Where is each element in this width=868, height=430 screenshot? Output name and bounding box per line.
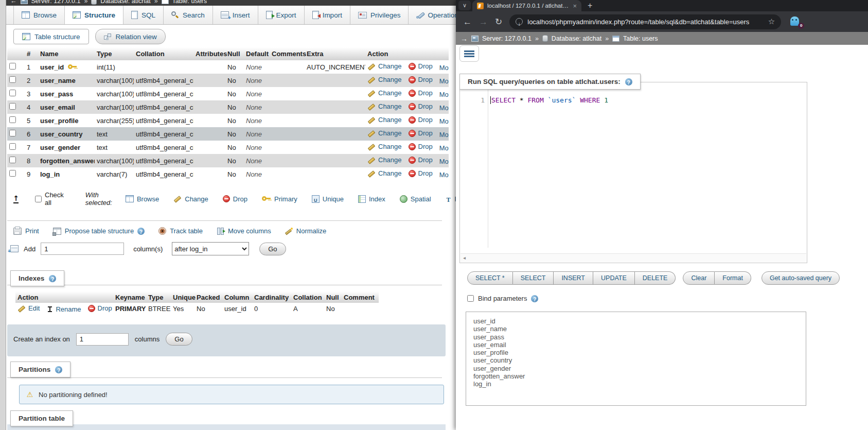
with-selected-spatial[interactable]: Spatial — [400, 195, 431, 203]
drop-link[interactable]: Drop — [409, 129, 433, 137]
field-list-item[interactable]: forgotten_answer — [473, 372, 799, 380]
menu-toggle-button[interactable] — [459, 45, 479, 62]
view-button-relation-view[interactable]: Relation view — [95, 29, 166, 44]
with-selected-browse[interactable]: Browse — [126, 195, 159, 203]
tool-normalize[interactable]: Normalize — [285, 227, 327, 235]
check-all-checkbox[interactable] — [35, 196, 42, 202]
tab-structure[interactable]: Structure — [65, 6, 123, 24]
change-link[interactable]: Change — [367, 62, 402, 70]
more-link[interactable]: More — [439, 104, 449, 112]
field-list-item[interactable]: user_pass — [473, 333, 799, 341]
with-selected-primary[interactable]: Primary — [262, 195, 297, 203]
reload-button[interactable]: ↻ — [495, 18, 502, 26]
with-selected-fulltext[interactable]: Fulltext — [446, 195, 456, 203]
drop-link[interactable]: Drop — [409, 169, 433, 177]
scroll-left-icon[interactable]: ◂ — [463, 255, 467, 261]
row-checkbox[interactable] — [9, 63, 16, 70]
change-link[interactable]: Change — [367, 143, 402, 150]
tab-search-button[interactable]: ∨ — [458, 1, 471, 10]
columns-list-box[interactable]: user_iduser_nameuser_passuser_emailuser_… — [466, 312, 806, 406]
field-list-item[interactable]: log_in — [473, 380, 799, 388]
more-link[interactable]: More — [439, 158, 449, 165]
field-list-item[interactable]: user_id — [473, 317, 799, 325]
row-checkbox[interactable] — [9, 157, 16, 163]
field-list-item[interactable]: user_email — [473, 341, 799, 349]
help-icon[interactable] — [531, 295, 538, 302]
help-icon[interactable] — [49, 275, 56, 282]
field-list-item[interactable]: user_profile — [473, 349, 799, 356]
check-all-label[interactable]: Check all — [45, 191, 64, 207]
sql-editor[interactable]: 1 SELECT * FROM `users` WHERE 1 — [460, 83, 806, 248]
breadcrumb-table[interactable]: Table: users — [172, 0, 207, 5]
breadcrumb-server[interactable]: Server: 127.0.0.1 — [482, 35, 532, 42]
tab-import[interactable]: Import — [305, 6, 350, 24]
tab-export[interactable]: Export — [258, 6, 305, 24]
tab-browse[interactable]: Browse — [13, 6, 65, 24]
with-selected-unique[interactable]: Unique — [312, 195, 344, 203]
change-link[interactable]: Change — [367, 169, 402, 177]
with-selected-index[interactable]: Index — [358, 195, 385, 203]
back-arrow-icon[interactable]: ← — [10, 0, 17, 5]
select-button[interactable]: SELECT — [513, 271, 554, 285]
drop-link[interactable]: Drop — [409, 156, 433, 164]
change-link[interactable]: Change — [367, 89, 402, 97]
row-checkbox[interactable] — [9, 116, 16, 123]
sql-query-line[interactable]: SELECT * FROM `users` WHERE 1 — [490, 96, 608, 104]
help-icon[interactable] — [55, 366, 62, 373]
address-bar[interactable]: localhost/phpmyadmin/index.php?route=/ta… — [509, 14, 781, 29]
with-selected-change[interactable]: Change — [173, 195, 208, 203]
add-column-position-select[interactable]: after log_in — [172, 242, 249, 255]
tab-sql[interactable]: SQL — [123, 6, 164, 24]
more-link[interactable]: More — [439, 171, 449, 179]
with-selected-drop[interactable]: Drop — [223, 195, 247, 203]
index-edit-link[interactable]: Edit — [17, 304, 40, 312]
row-checkbox[interactable] — [9, 90, 16, 96]
drop-link[interactable]: Drop — [409, 143, 433, 150]
create-index-go-button[interactable]: Go — [166, 333, 192, 346]
tool-propose-table-structure[interactable]: Propose table structure — [53, 227, 145, 235]
tab-operations[interactable]: Operations — [409, 6, 456, 24]
tool-print[interactable]: Print — [13, 227, 39, 235]
row-checkbox[interactable] — [9, 143, 16, 150]
more-link[interactable]: More — [439, 64, 449, 72]
profile-avatar[interactable]: 0 — [790, 16, 802, 27]
clear-button[interactable]: Clear — [683, 271, 715, 285]
more-link[interactable]: More — [439, 91, 449, 98]
forward-button[interactable]: → — [479, 18, 488, 26]
create-index-count-input[interactable] — [76, 333, 129, 346]
drop-link[interactable]: Drop — [409, 62, 433, 70]
editor-horizontal-scrollbar[interactable]: ◂ — [460, 253, 806, 262]
breadcrumb-database[interactable]: Database: atlchat — [100, 0, 150, 5]
row-checkbox[interactable] — [9, 103, 16, 110]
row-checkbox[interactable] — [9, 130, 16, 136]
breadcrumb-database[interactable]: Database: atlchat — [552, 35, 601, 42]
tab-close-icon[interactable]: × — [573, 3, 577, 9]
add-column-go-button[interactable]: Go — [259, 243, 286, 255]
new-tab-button[interactable]: + — [588, 1, 592, 11]
tool-move-columns[interactable]: Move columns — [217, 227, 271, 235]
url-text[interactable]: localhost/phpmyadmin/index.php?route=/ta… — [527, 18, 764, 26]
format-button[interactable]: Format — [715, 271, 751, 285]
breadcrumb-server[interactable]: Server: 127.0.0.1 — [31, 0, 81, 5]
browser-tab[interactable]: localhost / 127.0.0.1 / atlchat / ... × — [472, 0, 581, 11]
get-auto-saved-query-button[interactable]: Get auto-saved query — [761, 271, 840, 285]
view-button-table-structure[interactable]: Table structure — [13, 29, 89, 44]
partition-table-tab[interactable]: Partition table — [10, 410, 73, 426]
index-rename-link[interactable]: Rename — [46, 305, 81, 313]
select-button[interactable]: SELECT * — [467, 271, 513, 285]
change-link[interactable]: Change — [367, 76, 402, 83]
insert-button[interactable]: INSERT — [554, 271, 593, 285]
back-button[interactable]: ← — [463, 18, 472, 26]
more-link[interactable]: More — [439, 77, 449, 85]
tab-privileges[interactable]: Privileges — [350, 6, 409, 24]
change-link[interactable]: Change — [367, 102, 402, 110]
drop-link[interactable]: Drop — [409, 76, 433, 83]
add-column-count-input[interactable] — [41, 243, 124, 255]
index-drop-link[interactable]: Drop — [88, 304, 112, 312]
tab-insert[interactable]: Insert — [213, 6, 258, 24]
help-icon[interactable] — [625, 78, 632, 85]
tool-track-table[interactable]: Track table — [158, 227, 203, 235]
expand-arrow-icon[interactable]: → — [460, 35, 468, 43]
row-checkbox[interactable] — [9, 76, 16, 83]
delete-button[interactable]: DELETE — [635, 271, 676, 285]
